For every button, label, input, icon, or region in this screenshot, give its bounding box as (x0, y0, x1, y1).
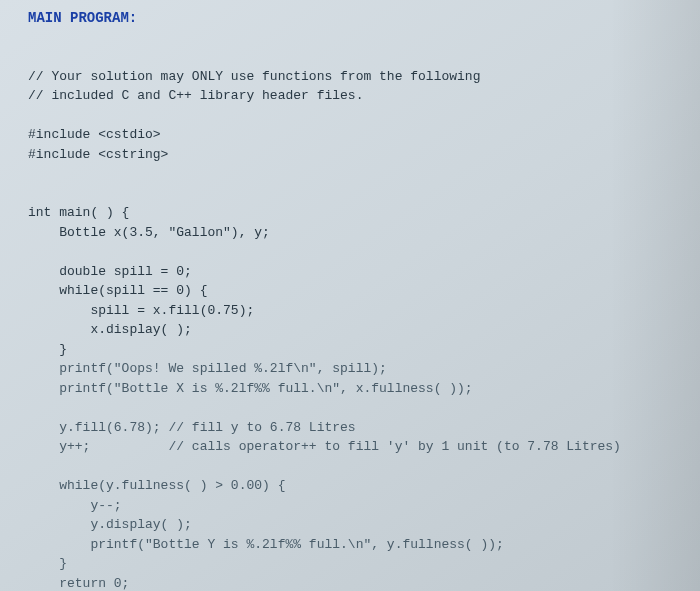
code-line: double spill = 0; (28, 264, 192, 279)
code-line: y.display( ); (28, 517, 192, 532)
code-line: printf("Oops! We spilled %.2lf\n", spill… (28, 361, 387, 376)
code-line: spill = x.fill(0.75); (28, 303, 254, 318)
code-line: #include <cstring> (28, 147, 168, 162)
code-line: while(spill == 0) { (28, 283, 207, 298)
code-line: y.fill(6.78); // fill y to 6.78 Litres (28, 420, 356, 435)
code-line: while(y.fullness( ) > 0.00) { (28, 478, 285, 493)
code-line: } (28, 342, 67, 357)
code-line: // included C and C++ library header fil… (28, 88, 363, 103)
code-line: #include <cstdio> (28, 127, 161, 142)
code-line: return 0; (28, 576, 129, 591)
code-line: int main( ) { (28, 205, 129, 220)
code-line: printf("Bottle Y is %.2lf%% full.\n", y.… (28, 537, 504, 552)
code-line: x.display( ); (28, 322, 192, 337)
code-line: } (28, 556, 67, 571)
code-line: printf("Bottle X is %.2lf%% full.\n", x.… (28, 381, 473, 396)
code-line: Bottle x(3.5, "Gallon"), y; (28, 225, 270, 240)
code-line: y++; // calls operator++ to fill 'y' by … (28, 439, 621, 454)
code-line: // Your solution may ONLY use functions … (28, 69, 480, 84)
code-block: // Your solution may ONLY use functions … (28, 47, 700, 591)
main-program-heading: MAIN PROGRAM: (28, 8, 700, 29)
code-page: MAIN PROGRAM: // Your solution may ONLY … (0, 0, 700, 591)
code-line: y--; (28, 498, 122, 513)
